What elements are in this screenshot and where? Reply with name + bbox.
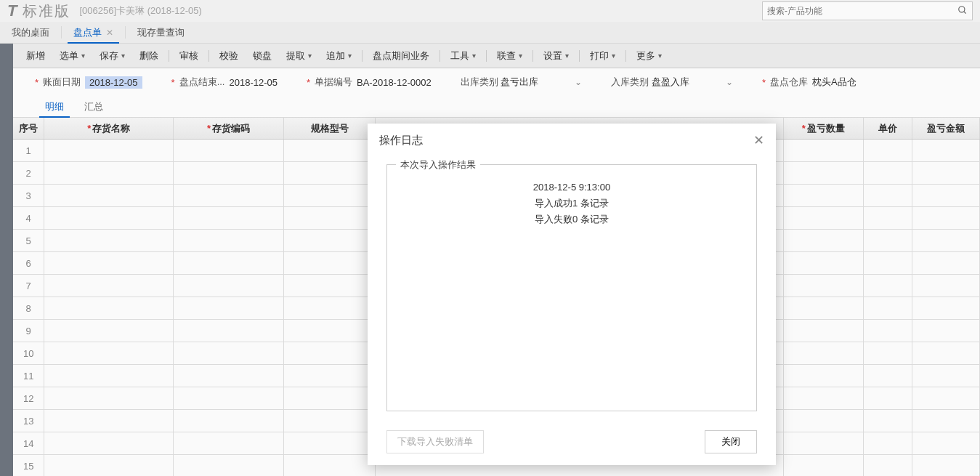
- close-icon[interactable]: ✕: [753, 132, 764, 148]
- fieldset-legend: 本次导入操作结果: [396, 158, 480, 172]
- log-success: 导入成功1 条记录: [399, 195, 745, 211]
- modal-title: 操作日志: [379, 134, 423, 148]
- modal-title-bar: 操作日志 ✕: [368, 124, 776, 157]
- log-content: 2018-12-5 9:13:00 导入成功1 条记录 导入失败0 条记录: [399, 179, 745, 227]
- result-fieldset: 本次导入操作结果 2018-12-5 9:13:00 导入成功1 条记录 导入失…: [386, 164, 757, 411]
- close-button[interactable]: 关闭: [705, 430, 757, 453]
- operation-log-modal: 操作日志 ✕ 本次导入操作结果 2018-12-5 9:13:00 导入成功1 …: [368, 124, 776, 465]
- download-fail-button: 下载导入失败清单: [386, 430, 484, 453]
- log-time: 2018-12-5 9:13:00: [399, 179, 745, 195]
- log-fail: 导入失败0 条记录: [399, 211, 745, 227]
